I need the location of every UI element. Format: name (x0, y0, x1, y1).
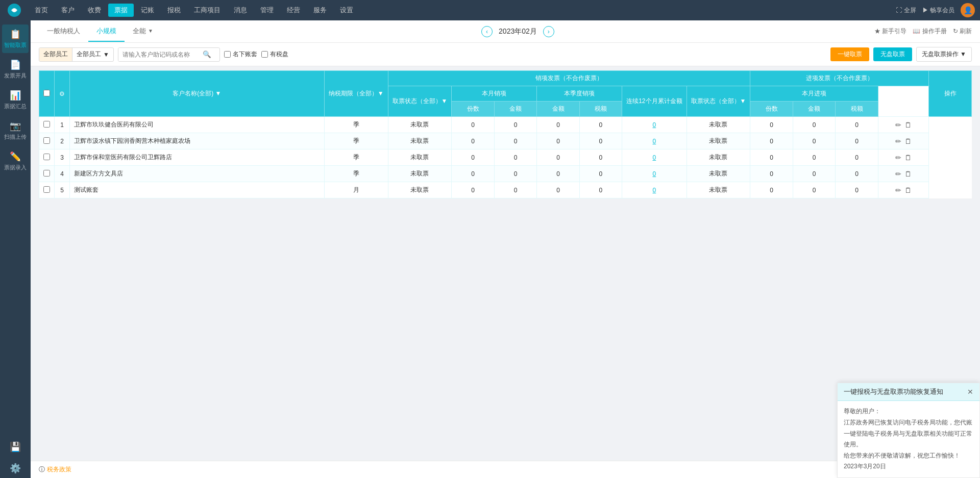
sub-nav-center: ‹ 2023年02月 › (161, 26, 874, 37)
my-accounts-checkbox-label[interactable]: 名下账套 (224, 50, 257, 59)
nav-business[interactable]: 工商项目 (188, 4, 227, 17)
sidebar-item-scan-upload[interactable]: 📷 扫描上传 (2, 116, 29, 145)
col-purchase-month: 本月进项 (750, 86, 878, 102)
employee-select[interactable]: 全部员工 全部员工 ▼ (39, 47, 114, 62)
tax-disk-checkbox-label[interactable]: 有税盘 (261, 50, 288, 59)
nav-account[interactable]: 记账 (135, 4, 160, 17)
my-accounts-checkbox[interactable] (224, 51, 231, 58)
notification-close-btn[interactable]: ✕ (967, 388, 973, 396)
refresh-btn[interactable]: ↻ 刷新 (953, 27, 972, 36)
row-sales-status: 未取票 (388, 182, 452, 198)
detail-icon[interactable]: 🗒 (904, 186, 912, 194)
period-prev-btn[interactable]: ‹ (481, 26, 493, 37)
tax-disk-checkbox[interactable] (261, 51, 268, 58)
edit-icon[interactable]: ✏ (895, 170, 901, 178)
cumulative-link[interactable]: 0 (653, 121, 656, 129)
sidebar-item-label-invoice-open: 发票开具 (4, 72, 27, 80)
select-all-checkbox[interactable] (43, 90, 50, 96)
manual-btn[interactable]: 📖 操作手册 (913, 27, 946, 36)
new-guide-btn[interactable]: ★ 新手引导 (874, 27, 906, 36)
cumulative-link[interactable]: 0 (653, 138, 656, 145)
detail-icon[interactable]: 🗒 (904, 154, 912, 162)
sub-nav-right: ★ 新手引导 📖 操作手册 ↻ 刷新 (874, 27, 972, 36)
row-sales-status: 未取票 (388, 117, 452, 133)
detail-icon[interactable]: 🗒 (904, 137, 912, 145)
tab-small-scale[interactable]: 小规模 (88, 21, 125, 42)
one-click-ticket-btn[interactable]: 一键取票 (830, 47, 869, 61)
row-actions: ✏ 🗒 (878, 182, 929, 198)
nav-fee[interactable]: 收费 (82, 4, 107, 17)
period-label: 2023年02月 (499, 27, 537, 36)
my-accounts-label: 名下账套 (233, 50, 257, 59)
row-customer-name: 卫辉市保和堂医药有限公司卫辉路店 (70, 149, 325, 166)
row-checkbox-cell (39, 166, 55, 182)
col-sales-month-amount: 金额 (494, 102, 536, 117)
row-period: 月 (324, 182, 388, 198)
cumulative-link[interactable]: 0 (653, 187, 656, 194)
tab-all[interactable]: 全能 ▼ (125, 21, 161, 42)
sidebar-item-smart-ticket[interactable]: 📋 智能取票 (2, 24, 29, 53)
col-sales-quarter: 本季度销项 (537, 86, 622, 102)
member-btn[interactable]: ▶ 畅享会员 (922, 6, 954, 15)
diskless-more-btn[interactable]: 无盘取票操作 ▼ (916, 47, 972, 62)
nav-tax[interactable]: 报税 (161, 4, 187, 17)
row-customer-name: 测试账套 (70, 182, 325, 198)
detail-icon[interactable]: 🗒 (904, 170, 912, 178)
nav-message[interactable]: 消息 (228, 4, 253, 17)
row-sales-month-amount: 0 (494, 133, 536, 149)
period-next-btn[interactable]: › (543, 26, 554, 37)
row-period: 季 (324, 149, 388, 166)
sidebar-item-label-invoice-summary: 票据汇总 (4, 103, 27, 110)
cumulative-link[interactable]: 0 (653, 154, 656, 161)
cumulative-link[interactable]: 0 (653, 170, 656, 178)
row-checkbox[interactable] (43, 186, 50, 193)
notification-header: 一键报税与无盘取票功能恢复通知 ✕ (838, 383, 979, 401)
sidebar-item-invoice-entry[interactable]: ✏️ 票据录入 (2, 147, 29, 175)
row-index: 4 (55, 166, 70, 182)
tax-disk-label: 有税盘 (270, 50, 288, 59)
diskless-ticket-btn[interactable]: 无盘取票 (873, 47, 912, 61)
nav-manage[interactable]: 管理 (254, 4, 280, 17)
row-checkbox[interactable] (43, 170, 50, 177)
tab-general-taxpayer[interactable]: 一般纳税人 (39, 21, 88, 42)
edit-icon[interactable]: ✏ (895, 137, 901, 145)
nav-service[interactable]: 服务 (307, 4, 333, 17)
nav-operation[interactable]: 经营 (281, 4, 306, 17)
settings-icon[interactable]: ⚙ (59, 90, 65, 97)
col-actions: 操作 (929, 71, 972, 117)
row-checkbox-cell (39, 182, 55, 198)
row-purchase-month-tax: 0 (836, 166, 878, 182)
period-nav: ‹ 2023年02月 › (481, 26, 554, 37)
sidebar-item-download[interactable]: 💾 (2, 437, 29, 457)
row-purchase-month-amount: 0 (793, 166, 835, 182)
sidebar-item-config[interactable]: ⚙️ (2, 459, 29, 478)
row-sales-quarter-amount: 0 (537, 133, 579, 149)
nav-home[interactable]: 首页 (29, 4, 54, 17)
fullscreen-btn[interactable]: ⛶ 全屏 (896, 6, 916, 15)
search-input[interactable] (118, 48, 200, 61)
sidebar-item-invoice-open[interactable]: 📄 发票开具 (2, 55, 29, 84)
top-nav-right: ⛶ 全屏 ▶ 畅享会员 👤 (896, 3, 975, 17)
detail-icon[interactable]: 🗒 (904, 121, 912, 129)
row-checkbox[interactable] (43, 154, 50, 160)
edit-icon[interactable]: ✏ (895, 186, 901, 194)
col-group-purchase: 进项发票（不合作废票） (750, 71, 929, 86)
row-checkbox[interactable] (43, 121, 50, 128)
avatar[interactable]: 👤 (961, 3, 975, 17)
notification-title: 一键报税与无盘取票功能恢复通知 (844, 387, 943, 396)
employee-select-value[interactable]: 全部员工 ▼ (72, 48, 113, 61)
col-sales-month-count: 份数 (452, 102, 494, 117)
nav-settings[interactable]: 设置 (334, 4, 359, 17)
row-checkbox[interactable] (43, 137, 50, 144)
tax-policy-link[interactable]: 税务政策 (47, 465, 71, 474)
edit-icon[interactable]: ✏ (895, 154, 901, 162)
sidebar-item-invoice-summary[interactable]: 📊 票据汇总 (2, 86, 29, 114)
row-purchase-month-count: 0 (750, 133, 793, 149)
edit-icon[interactable]: ✏ (895, 121, 901, 129)
row-actions: ✏ 🗒 (878, 133, 929, 149)
table-body: 1 卫辉市玖玖健合医药有限公司 季 未取票 0 0 0 0 0 未取票 0 0 … (39, 117, 972, 198)
row-purchase-month-amount: 0 (793, 149, 835, 166)
nav-invoice[interactable]: 票据 (108, 4, 134, 17)
nav-customer[interactable]: 客户 (55, 4, 81, 17)
search-button[interactable]: 🔍 (200, 48, 214, 61)
